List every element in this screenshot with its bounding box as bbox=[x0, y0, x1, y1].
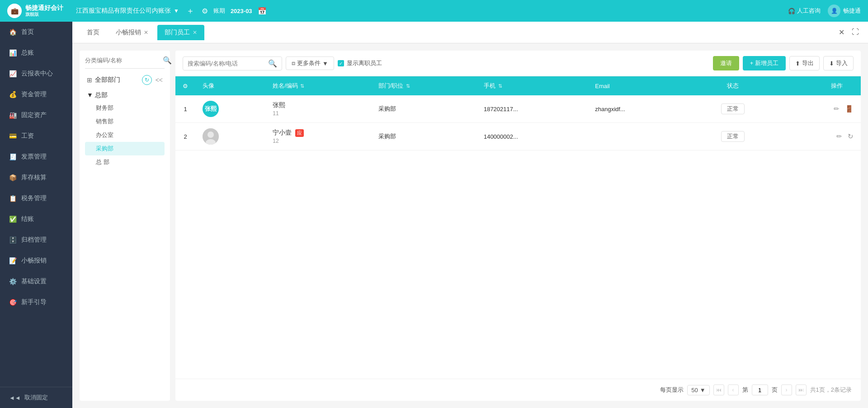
collapse-dept-icon[interactable]: << bbox=[156, 76, 163, 84]
company-name: 江西服宝精品有限责任公司内账张 bbox=[76, 7, 171, 15]
employee-name-2: 宁小壹 bbox=[273, 129, 292, 137]
add-employee-button[interactable]: + 新增员工 bbox=[743, 56, 786, 70]
unpin-sidebar-button[interactable]: ◄◄ ◄◄ 取消固定 取消固定 bbox=[0, 387, 72, 408]
ledger-icon: 📊 bbox=[9, 49, 17, 56]
more-filter-button[interactable]: ⧈ 更多条件 ▼ bbox=[286, 56, 334, 70]
show-resigned-label: 显示离职员工 bbox=[347, 59, 382, 67]
edit-icon-1[interactable]: ✏ bbox=[834, 105, 840, 113]
row-email-2 bbox=[588, 123, 689, 150]
row-index-2: 2 bbox=[175, 123, 195, 150]
page-last-button[interactable]: ⏭ bbox=[796, 385, 807, 395]
sidebar-item-archive[interactable]: 🗄️ 归档管理 bbox=[0, 230, 72, 250]
logout-icon-1[interactable]: 🚪 bbox=[845, 105, 854, 113]
dept-item-purchase[interactable]: 采购部 bbox=[85, 142, 165, 155]
page-size-chevron-icon: ▼ bbox=[700, 387, 706, 394]
sidebar-item-label: 归档管理 bbox=[21, 236, 47, 244]
sidebar-item-tax[interactable]: 📋 税务管理 bbox=[0, 188, 72, 209]
page-first-button[interactable]: ⏮ bbox=[713, 385, 724, 395]
calendar-icon[interactable]: 📅 bbox=[258, 7, 267, 15]
dept-search-input[interactable] bbox=[85, 57, 161, 64]
user-area[interactable]: 👤 畅捷通 bbox=[828, 5, 861, 17]
page-next-button[interactable]: › bbox=[781, 385, 792, 395]
row-name-code-2: 宁小壹 应 12 bbox=[265, 123, 371, 150]
period-label: 账期 bbox=[213, 7, 225, 15]
tab-expense-close-icon[interactable]: ✕ bbox=[144, 29, 148, 36]
add-company-button[interactable]: ＋ bbox=[184, 4, 196, 18]
row-name-code-1: 张熙 11 bbox=[265, 95, 371, 123]
import-button[interactable]: ⬇ 导入 bbox=[823, 56, 854, 70]
page-size-select[interactable]: 50 ▼ bbox=[687, 385, 709, 395]
support-label: 人工咨询 bbox=[797, 7, 821, 15]
invite-button[interactable]: 邀请 bbox=[713, 56, 739, 70]
dept-item-finance[interactable]: 财务部 bbox=[85, 101, 165, 115]
employee-code-2: 12 bbox=[273, 138, 304, 144]
expand-icon[interactable]: ⛶ bbox=[850, 26, 861, 38]
sidebar-item-guide[interactable]: 🎯 新手引导 bbox=[0, 292, 72, 313]
import-icon: ⬇ bbox=[829, 60, 834, 67]
pagination: 每页显示 50 ▼ ⏮ ‹ 第 页 › ⏭ 共1页，2条记录 bbox=[175, 379, 861, 401]
page-size-value: 50 bbox=[691, 387, 698, 394]
page-input[interactable] bbox=[752, 385, 768, 395]
dept-item-hq[interactable]: 总 部 bbox=[85, 155, 165, 169]
filter-label: 更多条件 bbox=[297, 59, 321, 67]
sidebar-item-ledger[interactable]: 📊 总账 bbox=[0, 42, 72, 63]
dept-search-icon[interactable]: 🔍 bbox=[163, 56, 172, 65]
export-button[interactable]: ⬆ 导出 bbox=[789, 56, 820, 70]
tag-apply-2: 应 bbox=[295, 129, 304, 137]
sidebar-item-capital[interactable]: 💰 资金管理 bbox=[0, 84, 72, 105]
sidebar-item-home[interactable]: 🏠 首页 bbox=[0, 22, 72, 42]
user-name: 畅捷通 bbox=[843, 7, 861, 15]
tab-expense[interactable]: 小畅报销 ✕ bbox=[108, 25, 156, 40]
table-header-mobile[interactable]: 手机 ⇅ bbox=[476, 76, 588, 95]
expense-icon: 📝 bbox=[9, 257, 17, 264]
sidebar-item-reports[interactable]: 📈 云报表中心 bbox=[0, 63, 72, 84]
logo-icon: 💼 bbox=[7, 4, 22, 18]
row-dept-2: 采购部 bbox=[371, 123, 476, 150]
employee-search-box[interactable]: 🔍 bbox=[183, 56, 282, 70]
all-departments-row[interactable]: ⊞ 全部部门 ↻ << bbox=[85, 72, 165, 88]
sidebar-item-label: 结账 bbox=[21, 215, 34, 223]
employee-name-1: 张熙 bbox=[273, 101, 363, 109]
company-selector[interactable]: 江西服宝精品有限责任公司内账张 ▼ bbox=[76, 7, 179, 15]
tab-home[interactable]: 首页 bbox=[80, 25, 107, 40]
sidebar-item-settings[interactable]: ⚙️ 基础设置 bbox=[0, 271, 72, 292]
sidebar-item-fixed-assets[interactable]: 🏭 固定资产 bbox=[0, 105, 72, 126]
table-header-settings[interactable]: ⚙ bbox=[175, 76, 195, 95]
sidebar-item-expense[interactable]: 📝 小畅报销 bbox=[0, 250, 72, 271]
status-badge-1: 正常 bbox=[721, 103, 745, 114]
dept-search: 🔍 bbox=[85, 56, 165, 69]
edit-icon-2[interactable]: ✏ bbox=[836, 132, 842, 141]
tab-home-label: 首页 bbox=[87, 28, 99, 37]
sidebar-item-settlement[interactable]: ✅ 结账 bbox=[0, 209, 72, 230]
sidebar-item-inventory[interactable]: 📦 库存核算 bbox=[0, 167, 72, 188]
filter-icon: ⧈ bbox=[292, 60, 295, 67]
tab-dept-emp[interactable]: 部门员工 ✕ bbox=[157, 25, 204, 40]
import-label: 导入 bbox=[836, 59, 848, 67]
employee-search-input[interactable] bbox=[188, 60, 265, 67]
tab-dept-emp-close-icon[interactable]: ✕ bbox=[193, 29, 197, 36]
header-right: 🎧 人工咨询 👤 畅捷通 bbox=[788, 5, 861, 17]
sidebar-item-salary[interactable]: 💳 工资 bbox=[0, 126, 72, 146]
app-sub: 旗舰版 bbox=[25, 11, 63, 18]
table-header-email: Email bbox=[588, 76, 689, 95]
table-row: 1 张熙 张熙 11 采购部 bbox=[175, 95, 861, 123]
row-index-1: 1 bbox=[175, 95, 195, 123]
row-actions-2: ✏ ↻ bbox=[776, 123, 861, 150]
emp-toolbar: 🔍 ⧈ 更多条件 ▼ ✓ 显示离职员工 邀请 bbox=[175, 51, 861, 76]
close-window-icon[interactable]: ✕ bbox=[837, 26, 846, 38]
page-prev-button[interactable]: ‹ bbox=[728, 385, 739, 395]
support-button[interactable]: 🎧 人工咨询 bbox=[788, 7, 821, 15]
period-value: 2023-03 bbox=[231, 8, 252, 14]
dept-item-sales[interactable]: 销售部 bbox=[85, 115, 165, 128]
chevron-down-icon: ▼ bbox=[174, 8, 179, 14]
dept-item-office[interactable]: 办公室 bbox=[85, 128, 165, 142]
sidebar-item-invoice[interactable]: 🧾 发票管理 bbox=[0, 146, 72, 167]
table-header-name-code[interactable]: 姓名/编码 ⇅ bbox=[265, 76, 371, 95]
refresh-dept-icon[interactable]: ↻ bbox=[142, 75, 152, 85]
table-header-dept-position[interactable]: 部门/职位 ⇅ bbox=[371, 76, 476, 95]
refresh-icon-2[interactable]: ↻ bbox=[848, 132, 854, 141]
all-departments-label: 全部部门 bbox=[95, 76, 120, 84]
employee-search-icon[interactable]: 🔍 bbox=[268, 59, 277, 68]
settings-icon[interactable]: ⚙ bbox=[202, 7, 208, 15]
show-resigned-checkbox[interactable]: ✓ 显示离职员工 bbox=[338, 59, 382, 67]
